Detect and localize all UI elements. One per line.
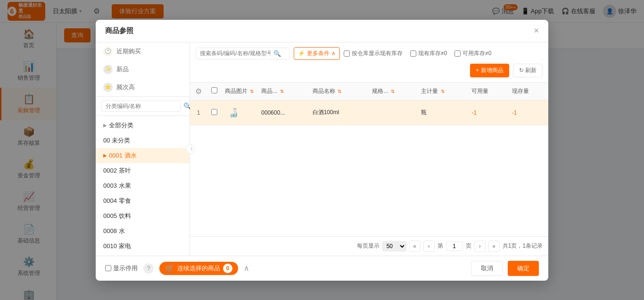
unit-col-header: 主计量 ⇅ [417,83,468,100]
appliances-cat-label: 0010 家电 [103,242,131,250]
category-item-fruits[interactable]: 0003 水果 [96,178,190,193]
frequent-tab-label: 频次高 [116,83,135,92]
first-page-button[interactable]: « [409,241,421,252]
category-item-liquor[interactable]: ▶ 0001 酒水 [96,148,190,163]
collapse-panel-button[interactable]: 《 [186,144,195,154]
category-item-water[interactable]: 0008 水 [96,224,190,239]
nonzero-stock-label: 现有库存≠0 [418,50,447,58]
nonzero-stock-checkbox[interactable]: 现有库存≠0 [410,50,447,58]
row-image-cell: 🍶 [221,100,257,125]
product-table-body: 1 🍶 000600... [190,100,548,125]
checkbox-col-header [207,83,221,100]
category-search-bar: 🔍 [96,97,190,116]
modal-close-button[interactable]: × [534,26,539,35]
pagination-bar: 每页显示 50 100 200 « ‹ 第 页 › » 共1页，1条记录 [190,236,548,256]
filter-chevron: ∧ [331,50,336,57]
spec-col-label: 规格... [372,88,388,94]
recent-purchase-tab[interactable]: 🕐 近期购买 [96,42,190,60]
page-number-input[interactable] [446,242,463,251]
code-sort-icon[interactable]: ⇅ [280,89,284,94]
table-row[interactable]: 1 🍶 000600... [190,100,548,125]
category-item-tea[interactable]: 0002 茶叶 [96,163,190,178]
category-search-input[interactable] [101,100,181,112]
add-product-button[interactable]: + 新增商品 [470,64,509,77]
frequent-tab[interactable]: ⭐ 频次高 [96,78,190,96]
name-col-header: 商品名称 ⇅ [309,83,369,100]
water-cat-label: 0008 水 [103,227,125,235]
show-disabled-label: 显示停用 [113,264,138,273]
total-pages-label: 共1页，1条记录 [503,242,543,250]
stock-col-header: 现存量 [508,83,548,100]
footer-left: 显示停用 [105,264,138,273]
product-unit: 瓶 [421,109,427,116]
category-panel: 🕐 近期购买 ✨ 新品 ⭐ 频次高 🔍 [96,42,190,256]
product-available: -1 [471,109,477,116]
product-table: ⚙ 商品图片 ⇅ 商品... [190,83,548,125]
filter-label: 更多条件 [307,50,330,58]
cart-area[interactable]: 🛒 连续选择的商品 0 [159,262,238,275]
img-sort-icon[interactable]: ⇅ [250,89,254,94]
settings-col-header: ⚙ [190,83,207,100]
spec-sort-icon[interactable]: ⇅ [391,89,395,94]
available-stock-input[interactable] [454,50,461,57]
next-page-button[interactable]: › [474,241,486,252]
show-disabled-checkbox[interactable]: 显示停用 [105,264,138,273]
warehouse-stock-label: 按仓库显示现有库存 [352,50,403,58]
last-page-button[interactable]: » [488,241,500,252]
help-icon[interactable]: ? [143,263,154,274]
name-col-label: 商品名称 [313,88,335,94]
recent-icon: 🕐 [103,47,113,56]
unit-sort-icon[interactable]: ⇅ [441,89,445,94]
cart-count-badge: 0 [223,264,232,273]
new-icon: ✨ [103,65,113,74]
product-table-wrap: ⚙ 商品图片 ⇅ 商品... [190,83,548,236]
category-item-snacks[interactable]: 0004 零食 [96,193,190,208]
new-tab-label: 新品 [116,65,129,74]
product-panel: 🔍 ⚡ 更多条件 ∧ 按仓库显示现有库存 现 [190,42,548,256]
recent-tab-label: 近期购买 [116,47,141,56]
collapse-cart-button[interactable]: ∧ [244,264,249,273]
liquor-cat-label: 0001 酒水 [109,151,137,160]
cancel-button[interactable]: 取消 [471,261,503,276]
img-col-header: 商品图片 ⇅ [221,83,257,100]
product-toolbar: 🔍 ⚡ 更多条件 ∧ 按仓库显示现有库存 现 [190,42,548,83]
more-filters-button[interactable]: ⚡ 更多条件 ∧ [294,47,340,60]
available-stock-label: 可用库存≠0 [462,50,491,58]
modal-overlay: 商品参照 × 🕐 近期购买 ✨ 新品 ⭐ [0,0,644,300]
page-suffix: 页 [466,242,471,250]
new-products-tab[interactable]: ✨ 新品 [96,60,190,78]
fruits-cat-label: 0003 水果 [103,182,131,190]
category-item-uncategorized[interactable]: 00 未分类 [96,133,190,148]
product-name: 白酒100ml [313,109,339,116]
name-sort-icon[interactable]: ⇅ [338,89,341,94]
product-search-icon[interactable]: 🔍 [273,50,281,57]
product-search-input[interactable] [200,50,271,57]
per-page-select[interactable]: 50 100 200 [382,241,406,251]
modal-title: 商品参照 [105,26,133,35]
show-disabled-input[interactable] [105,265,111,271]
liquor-cat-arrow: ▶ [103,153,107,158]
category-item-all[interactable]: ▶ 全部分类 [96,118,190,133]
column-settings-icon[interactable]: ⚙ [195,87,202,95]
available-stock-checkbox[interactable]: 可用库存≠0 [454,50,491,58]
filter-icon: ⚡ [298,50,305,57]
warehouse-stock-checkbox[interactable]: 按仓库显示现有库存 [344,50,403,58]
product-search-box: 🔍 [196,48,290,59]
per-page-label: 每页显示 [357,242,380,250]
confirm-button[interactable]: 确定 [508,261,539,276]
refresh-button[interactable]: ↻ 刷新 [513,64,543,77]
row-available-cell: -1 [468,100,508,125]
nonzero-stock-input[interactable] [410,50,416,57]
row-checkbox[interactable] [211,109,217,115]
spec-col-header: 规格... ⇅ [368,83,417,100]
select-all-checkbox[interactable] [211,87,217,93]
prev-page-button[interactable]: ‹ [423,241,435,252]
category-list: ▶ 全部分类 00 未分类 ▶ 0001 酒水 0002 茶叶 0003 水果 [96,116,190,256]
available-col-header: 可用量 [468,83,508,100]
category-item-appliances[interactable]: 0010 家电 [96,239,190,254]
drinks-cat-label: 0005 饮料 [103,212,131,220]
warehouse-stock-input[interactable] [344,50,350,57]
product-reference-modal: 商品参照 × 🕐 近期购买 ✨ 新品 ⭐ [96,20,548,281]
category-item-drinks[interactable]: 0005 饮料 [96,208,190,224]
tea-cat-label: 0002 茶叶 [103,167,131,175]
